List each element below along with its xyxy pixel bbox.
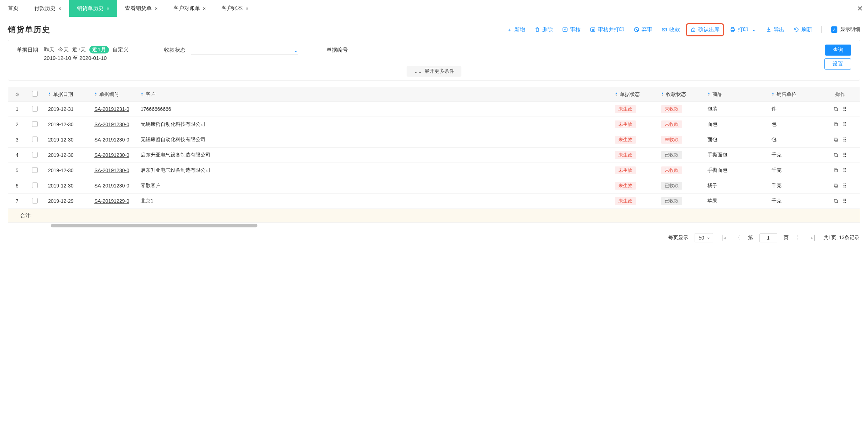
close-icon[interactable]: × xyxy=(155,6,157,11)
expand-filters-button[interactable]: ⌄⌄展开更多条件 xyxy=(407,66,461,77)
tab-view-sales[interactable]: 查看销货单× xyxy=(117,0,165,17)
more-icon[interactable]: ⠿ xyxy=(843,121,847,128)
close-icon[interactable]: × xyxy=(106,6,109,11)
delete-button[interactable]: 删除 xyxy=(534,26,553,33)
cell-product: 手撕面包 xyxy=(703,163,767,178)
row-checkbox[interactable] xyxy=(32,198,38,204)
prev-page-button[interactable]: 〈 xyxy=(734,235,742,241)
select-all-checkbox[interactable] xyxy=(32,91,38,97)
more-icon[interactable]: ⠿ xyxy=(843,137,847,143)
sort-icon[interactable]: ▲▼ xyxy=(707,92,710,97)
next-page-button[interactable]: 〉 xyxy=(795,235,803,241)
cell-product: 面包 xyxy=(703,117,767,132)
query-button[interactable]: 查询 xyxy=(825,45,851,56)
export-button[interactable]: 导出 xyxy=(766,26,784,33)
close-all-tabs-icon[interactable]: ✕ xyxy=(857,0,863,17)
row-checkbox[interactable] xyxy=(32,106,38,112)
settings-button[interactable]: 设置 xyxy=(824,58,851,70)
page-summary: 共1页, 13条记录 xyxy=(823,235,859,241)
more-icon[interactable]: ⠿ xyxy=(843,167,847,174)
view-icon[interactable]: ⧉ xyxy=(834,167,838,174)
page-prefix: 第 xyxy=(748,235,753,241)
col-product[interactable]: 商品 xyxy=(712,91,722,97)
confirm-outbound-button[interactable]: 确认出库 xyxy=(686,23,724,36)
sort-icon[interactable]: ▲▼ xyxy=(615,92,618,97)
col-collect-status[interactable]: 收款状态 xyxy=(666,91,686,97)
col-unit[interactable]: 销售单位 xyxy=(777,91,796,97)
stamp-print-icon xyxy=(590,27,596,32)
gear-icon[interactable]: ⚙ xyxy=(15,92,20,97)
date-range-display[interactable]: 2019-12-10 至 2020-01-10 xyxy=(44,55,129,62)
audit-print-button[interactable]: 审核并打印 xyxy=(590,26,624,33)
date-yesterday[interactable]: 昨天 xyxy=(44,46,54,53)
doc-no-link[interactable]: SA-20191231-0 xyxy=(94,106,129,112)
tab-customer-ledger[interactable]: 客户账本× xyxy=(214,0,256,17)
doc-no-link[interactable]: SA-20191230-0 xyxy=(94,168,129,173)
chevron-down-icon: ⌄ xyxy=(752,26,757,33)
doc-no-link[interactable]: SA-20191230-0 xyxy=(94,183,129,189)
more-icon[interactable]: ⠿ xyxy=(843,152,847,159)
doc-no-link[interactable]: SA-20191230-0 xyxy=(94,137,129,143)
col-doc-no[interactable]: 单据编号 xyxy=(99,91,119,97)
row-checkbox[interactable] xyxy=(32,121,38,127)
view-icon[interactable]: ⧉ xyxy=(834,137,838,143)
close-icon[interactable]: × xyxy=(58,6,61,11)
date-last7[interactable]: 近7天 xyxy=(72,46,86,53)
sort-icon[interactable]: ▲▼ xyxy=(48,92,51,97)
add-button[interactable]: +新增 xyxy=(507,26,525,33)
cell-customer: 零散客户 xyxy=(136,178,611,194)
more-icon[interactable]: ⠿ xyxy=(843,182,847,189)
close-icon[interactable]: × xyxy=(203,6,206,11)
cell-product: 苹果 xyxy=(703,194,767,209)
view-icon[interactable]: ⧉ xyxy=(834,106,838,113)
tab-home[interactable]: 首页 xyxy=(0,0,26,17)
tab-customer-statement[interactable]: 客户对账单× xyxy=(166,0,214,17)
horizontal-scrollbar[interactable] xyxy=(8,223,860,228)
refresh-button[interactable]: 刷新 xyxy=(794,26,812,33)
date-today[interactable]: 今天 xyxy=(58,46,69,53)
date-last1m[interactable]: 近1月 xyxy=(89,46,109,53)
col-customer[interactable]: 客户 xyxy=(146,91,156,97)
show-detail-toggle[interactable]: ✓显示明细 xyxy=(831,26,860,33)
doc-no-link[interactable]: SA-20191230-0 xyxy=(94,152,129,158)
sort-icon[interactable]: ▲▼ xyxy=(141,92,143,97)
row-checkbox[interactable] xyxy=(32,182,38,188)
doc-no-link[interactable]: SA-20191230-0 xyxy=(94,122,129,127)
row-checkbox[interactable] xyxy=(32,152,38,158)
collect-button[interactable]: 收款 xyxy=(662,26,680,33)
view-icon[interactable]: ⧉ xyxy=(834,198,838,205)
view-icon[interactable]: ⧉ xyxy=(834,152,838,159)
stamp-icon xyxy=(562,27,568,32)
doc-no-input[interactable] xyxy=(354,46,460,55)
cell-unit: 千克 xyxy=(767,194,821,209)
audit-button[interactable]: 审核 xyxy=(562,26,581,33)
checkbox-checked-icon: ✓ xyxy=(831,26,837,33)
more-icon[interactable]: ⠿ xyxy=(843,198,847,205)
tab-sales-history[interactable]: 销货单历史× xyxy=(69,0,117,17)
more-icon[interactable]: ⠿ xyxy=(843,106,847,113)
sort-icon[interactable]: ▲▼ xyxy=(661,92,664,97)
col-date[interactable]: 单据日期 xyxy=(53,91,73,97)
cell-product: 手撕面包 xyxy=(703,148,767,163)
doc-no-link[interactable]: SA-20191229-0 xyxy=(94,198,129,204)
sort-icon[interactable]: ▲▼ xyxy=(94,92,97,97)
row-checkbox[interactable] xyxy=(32,167,38,173)
view-icon[interactable]: ⧉ xyxy=(834,182,838,189)
page-size-select[interactable]: 50 xyxy=(695,233,713,242)
view-icon[interactable]: ⧉ xyxy=(834,121,838,128)
svg-rect-7 xyxy=(732,31,734,32)
refresh-icon xyxy=(794,27,799,32)
close-icon[interactable]: × xyxy=(246,6,249,11)
col-doc-status[interactable]: 单据状态 xyxy=(620,91,640,97)
first-page-button[interactable]: ⎮◂ xyxy=(720,235,727,241)
row-checkbox[interactable] xyxy=(32,137,38,142)
print-button[interactable]: 打印⌄ xyxy=(730,26,757,33)
last-page-button[interactable]: ▸⎮ xyxy=(809,235,817,241)
page-input[interactable] xyxy=(759,233,777,242)
table-row: 52019-12-30SA-20191230-0启东升亚电气设备制造有限公司未生… xyxy=(8,163,860,178)
tab-payment-history[interactable]: 付款历史× xyxy=(26,0,69,17)
date-custom[interactable]: 自定义 xyxy=(113,46,129,53)
unaudit-button[interactable]: 弃审 xyxy=(634,26,652,33)
collect-status-dropdown[interactable]: ⌄ xyxy=(191,46,298,55)
sort-icon[interactable]: ▲▼ xyxy=(772,92,774,97)
